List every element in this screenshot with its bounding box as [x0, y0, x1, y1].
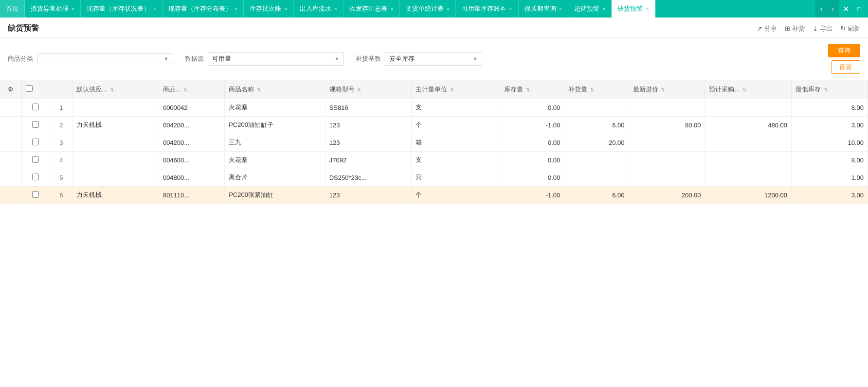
filter-row: 商品分类 ▼ 数据源 可用量 ▼ 补货基数 安全库存 ▼ 查询 设置: [0, 38, 868, 80]
nav-tab-overstock[interactable]: 超储预警×: [568, 0, 612, 18]
nav-tab-close-available-ledger[interactable]: ×: [509, 6, 512, 12]
row-checkbox-cell[interactable]: [21, 134, 50, 151]
nav-scroll-left[interactable]: ‹: [815, 0, 827, 18]
row-checkbox-cell[interactable]: [21, 116, 50, 134]
nav-tab-close-inventory-status[interactable]: ×: [153, 6, 156, 12]
settings-button[interactable]: 设置: [831, 60, 860, 74]
nav-tab-close-expiry-query[interactable]: ×: [559, 6, 562, 12]
replenish-base-dropdown-arrow: ▼: [472, 56, 478, 62]
nav-tab-close-overstock[interactable]: ×: [602, 6, 605, 12]
column-estimated-purchase[interactable]: 预计采购... ⇅: [705, 80, 792, 99]
row-checkbox-cell[interactable]: [21, 169, 50, 186]
column-latest-price[interactable]: 最新进价 ⇅: [629, 80, 705, 99]
nav-tab-inout-flow[interactable]: 出入库流水×: [294, 0, 344, 18]
nav-tab-close-batch-account[interactable]: ×: [284, 6, 287, 12]
column-min-stock[interactable]: 最低库存 ⇅: [791, 80, 868, 99]
table-cell: 4: [50, 151, 72, 169]
column-latest-price-label: 最新进价: [633, 86, 658, 93]
table-cell: J7092: [325, 151, 412, 169]
column-supplier-label: 默认供应...: [76, 86, 107, 93]
nav-tab-close-receive-summary[interactable]: ×: [390, 6, 393, 12]
row-checkbox-cell[interactable]: [21, 186, 50, 204]
nav-tab-available-ledger[interactable]: 可用量库存账本×: [456, 0, 518, 18]
datasource-dropdown-arrow: ▼: [334, 56, 340, 62]
table-cell: -1.00: [500, 186, 564, 204]
column-spec[interactable]: 规格型号 ⇅: [325, 80, 412, 99]
column-spec-label: 规格型号: [329, 86, 355, 93]
share-button[interactable]: ↗ 分享: [757, 24, 777, 33]
table-cell: 200.00: [629, 186, 705, 204]
min-stock-sort-icon: ⇅: [824, 87, 828, 92]
row-checkbox[interactable]: [32, 156, 39, 163]
table-cell: 5: [50, 169, 72, 186]
nav-tab-expiry-query[interactable]: 保质期查询×: [519, 0, 568, 18]
nav-tab-batch-account[interactable]: 库存批次账×: [244, 0, 293, 18]
table-cell: 1200.00: [705, 186, 792, 204]
table-row: 2力天机械004200...PC200油缸缸子123个-1.006.0080.0…: [0, 116, 868, 134]
column-product-code-label: 商品...: [163, 86, 181, 93]
export-icon: ⤓: [813, 25, 818, 32]
column-product-code[interactable]: 商品... ⇅: [159, 80, 224, 99]
nav-tab-close-inventory-dist[interactable]: ×: [235, 6, 237, 12]
table-cell: 1.00: [791, 169, 868, 186]
nav-close-all[interactable]: ✕: [839, 2, 852, 16]
replenish-qty-sort-icon: ⇅: [590, 87, 594, 92]
column-index: [50, 80, 72, 99]
table-cell: 0000042: [159, 99, 224, 116]
row-checkbox[interactable]: [32, 104, 39, 110]
nav-maximize[interactable]: □: [852, 2, 866, 16]
table-cell: 123: [325, 134, 412, 151]
refresh-icon: ↻: [840, 25, 846, 32]
nav-scroll-right[interactable]: ›: [827, 0, 839, 18]
category-dropdown-arrow: ▼: [163, 56, 169, 62]
select-all-checkbox[interactable]: [26, 85, 33, 92]
table-cell: 8.00: [791, 99, 868, 116]
page-content: 缺货预警 ↗ 分享 ⊞ 补货 ⤓ 导出 ↻ 刷新 商品分类: [0, 18, 868, 387]
column-unit[interactable]: 主计量单位 ⇅: [412, 80, 500, 99]
column-stock[interactable]: 库存量 ⇅: [500, 80, 564, 99]
table-cell: 个: [412, 186, 500, 204]
nav-tab-order-stats[interactable]: 要货单统计表×: [400, 0, 456, 18]
nav-tab-close-inout-flow[interactable]: ×: [334, 6, 337, 12]
datasource-select[interactable]: 可用量 ▼: [208, 52, 344, 66]
table-cell: 3: [50, 134, 72, 151]
table-cell: 只: [412, 169, 500, 186]
nav-tab-inventory-dist[interactable]: 现存量（库存分布表）×: [163, 0, 244, 18]
table-cell: 火花塞: [225, 151, 326, 169]
export-button[interactable]: ⤓ 导出: [813, 24, 832, 33]
nav-tab-close-order-stats[interactable]: ×: [447, 6, 450, 12]
table-cell: [629, 151, 705, 169]
row-checkbox[interactable]: [32, 191, 39, 198]
refresh-button[interactable]: ↻ 刷新: [840, 24, 860, 33]
column-replenish-qty[interactable]: 补货量 ⇅: [564, 80, 629, 99]
query-button[interactable]: 查询: [828, 44, 860, 57]
column-product-name[interactable]: 商品名称 ⇅: [225, 80, 326, 99]
nav-tab-exception[interactable]: 拣货异常处理×: [25, 0, 81, 18]
column-supplier[interactable]: 默认供应... ⇅: [72, 80, 159, 99]
row-checkbox-cell[interactable]: [21, 151, 50, 169]
category-select[interactable]: ▼: [37, 53, 173, 64]
table-cell: 1: [50, 99, 72, 116]
nav-tab-receive-summary[interactable]: 收发存汇总表×: [344, 0, 399, 18]
table-cell: DS250*23c...: [325, 169, 412, 186]
table-row: 10000042火花塞SS816支0.008.00: [0, 99, 868, 116]
nav-tab-close-exception[interactable]: ×: [72, 6, 74, 12]
data-table: ⚙ 默认供应... ⇅ 商品... ⇅ 商品名称 ⇅: [0, 80, 868, 204]
replenish-button[interactable]: ⊞ 补货: [785, 24, 805, 33]
column-min-stock-label: 最低库存: [796, 86, 821, 93]
row-checkbox-cell[interactable]: [21, 99, 50, 116]
table-cell: 480.00: [705, 116, 792, 134]
nav-tab-inventory-status[interactable]: 现存量（库存状况表）×: [81, 0, 162, 18]
table-row: 3004200...三九123箱0.0020.0010.00: [0, 134, 868, 151]
nav-tab-home[interactable]: 首页: [0, 0, 25, 18]
row-checkbox[interactable]: [32, 139, 39, 145]
table-cell: 0.00: [500, 169, 564, 186]
column-gear[interactable]: ⚙: [0, 80, 21, 99]
row-checkbox[interactable]: [32, 121, 39, 128]
nav-tab-shortage[interactable]: 缺货预警×: [612, 0, 655, 18]
replenish-base-filter: 补货基数 安全库存 ▼: [356, 52, 482, 66]
replenish-icon: ⊞: [785, 25, 790, 32]
nav-tab-close-shortage[interactable]: ×: [646, 6, 649, 12]
row-checkbox[interactable]: [32, 174, 39, 180]
replenish-base-select[interactable]: 安全库存 ▼: [385, 52, 482, 66]
